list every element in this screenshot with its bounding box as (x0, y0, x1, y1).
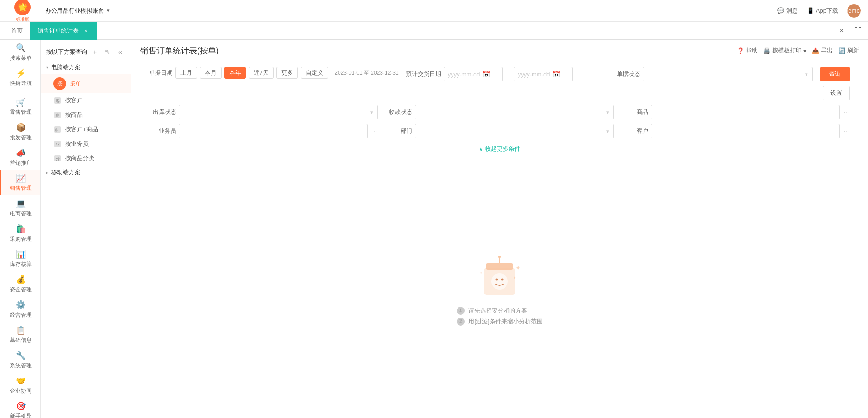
scheme-group-label: 电脑端方案 (51, 63, 80, 71)
doc-status-arrow: ▾ (805, 71, 808, 77)
scheme-panel-actions: + ✎ « (90, 47, 125, 57)
svg-point-14 (501, 278, 504, 280)
svg-text:✦: ✦ (479, 271, 483, 276)
sidebar-item-newbie[interactable]: 🎯 新手引导 (0, 398, 40, 418)
last7-button[interactable]: 近7天 (249, 67, 274, 79)
active-tab[interactable]: 销售订单统计表 × (30, 22, 97, 40)
product-more-icon[interactable]: ··· (844, 108, 850, 116)
page-title: 销售订单统计表(按单) (140, 45, 219, 56)
scheme-mobile-label: 移动端方案 (51, 168, 80, 176)
svg-text:✦: ✦ (513, 276, 516, 280)
this-month-button[interactable]: 本月 (200, 67, 222, 79)
salesperson-more-icon[interactable]: ··· (372, 127, 378, 135)
sidebar-item-finance[interactable]: 💰 资金管理 (0, 271, 40, 297)
enterprise-icon: 🤝 (16, 376, 26, 386)
sidebar-item-wholesale[interactable]: 📦 批发管理 (0, 119, 40, 145)
sidebar: 🔍 搜索菜单 ⚡ 快捷导航 🛒 零售管理 📦 批发管理 📣 营销推广 📈 销售管… (0, 40, 41, 418)
print-button[interactable]: 🖨️ 按模板打印 ▾ (763, 47, 807, 55)
this-year-button[interactable]: 本年 (224, 67, 246, 79)
page-header: 销售订单统计表(按单) ❓ 帮助 🖨️ 按模板打印 ▾ 📤 (131, 40, 868, 162)
content-area: 按以下方案查询 + ✎ « ▾ 电脑端方案 按 按单 (41, 40, 868, 418)
calendar-end-icon: 📅 (552, 71, 560, 78)
sidebar-item-quick-nav[interactable]: ⚡ 快捷导航 (0, 65, 40, 90)
tab-expand-icon[interactable]: ⛶ (852, 24, 864, 37)
sidebar-item-search[interactable]: 🔍 搜索菜单 (0, 40, 40, 65)
dept-arrow: ▾ (606, 128, 609, 134)
empty-tip-1-text: 请先选择要分析的方案 (468, 307, 527, 315)
search-icon: 🔍 (16, 43, 26, 53)
filter-area: 单据日期 上月 本月 本年 近7天 更多 自定义 2023-01-01 至 20… (140, 62, 859, 161)
doc-status-select[interactable]: ▾ (643, 67, 813, 81)
tip-num-2: ② (457, 318, 465, 326)
sidebar-item-retail[interactable]: 🛒 零售管理 (0, 94, 40, 119)
scheme-group-pc: ▾ 电脑端方案 按 按单 客 按客户 (41, 61, 131, 166)
app-title[interactable]: 办公用品行业模拟账套 ▾ (45, 7, 770, 15)
custom-button[interactable]: 自定义 (301, 67, 328, 79)
sidebar-item-sales[interactable]: 📈 销售管理 (0, 170, 40, 195)
scheme-item-by-product[interactable]: 商 按商品 (41, 108, 131, 122)
customer-input[interactable] (651, 124, 840, 138)
last-month-button[interactable]: 上月 (175, 67, 197, 79)
more-button[interactable]: 更多 (276, 67, 298, 79)
date-range-text: 2023-01-01 至 2023-12-31 (335, 69, 398, 77)
sidebar-item-purchase[interactable]: 🛍️ 采购管理 (0, 221, 40, 246)
export-button[interactable]: 📤 导出 (812, 47, 833, 55)
collapse-row: ∧ 收起更多条件 (149, 142, 850, 156)
message-button[interactable]: 💬 消息 (777, 7, 798, 15)
sidebar-item-basic[interactable]: 📋 基础信息 (0, 322, 40, 347)
print-icon: 🖨️ (763, 48, 770, 54)
payment-status-label: 收款状态 (385, 108, 412, 116)
scheme-edit-button[interactable]: ✎ (103, 47, 113, 57)
expected-date-start-input[interactable]: yyyy-mm-dd 📅 (444, 67, 503, 81)
customer-label: 客户 (621, 127, 648, 135)
newbie-icon: 🎯 (16, 401, 26, 411)
export-icon: 📤 (812, 48, 819, 54)
active-tab-label: 销售订单统计表 (38, 27, 79, 35)
home-tab[interactable]: 首页 (4, 22, 30, 40)
product-input[interactable] (651, 105, 840, 119)
avatar[interactable]: demo2 (847, 4, 861, 18)
scheme-item-by-order[interactable]: 按 按单 (41, 74, 131, 93)
scheme-item-by-customer[interactable]: 客 按客户 (41, 93, 131, 108)
help-button[interactable]: ❓ 帮助 (737, 47, 758, 55)
salesperson-input[interactable] (179, 124, 368, 138)
date-separator: — (505, 71, 511, 78)
refresh-button[interactable]: 🔄 刷新 (838, 47, 859, 55)
svg-text:客+: 客+ (55, 128, 60, 132)
main-layout: 🔍 搜索菜单 ⚡ 快捷导航 🛒 零售管理 📦 批发管理 📣 营销推广 📈 销售管… (0, 40, 868, 418)
download-icon: 📱 (807, 7, 814, 14)
scheme-group-header-pc[interactable]: ▾ 电脑端方案 (41, 61, 131, 74)
scheme-add-button[interactable]: + (90, 47, 100, 57)
tip-num-1: ① (457, 307, 465, 315)
payment-status-select[interactable]: ▾ (415, 105, 614, 119)
svg-text:商: 商 (56, 113, 60, 118)
scheme-item-by-category[interactable]: 分 按商品分类 (41, 151, 131, 166)
settings-button[interactable]: 设置 (823, 86, 850, 100)
scheme-collapse-button[interactable]: « (115, 47, 125, 57)
expected-date-end-input[interactable]: yyyy-mm-dd 📅 (514, 67, 573, 81)
scheme-group-header-mobile[interactable]: ▸ 移动端方案 (41, 166, 131, 179)
calendar-start-icon: 📅 (482, 71, 490, 78)
sidebar-item-marketing[interactable]: 📣 营销推广 (0, 145, 40, 170)
query-button[interactable]: 查询 (820, 67, 850, 81)
tab-minimize-icon[interactable]: × (835, 24, 848, 37)
basic-icon: 📋 (16, 325, 26, 335)
scheme-item-by-salesperson[interactable]: 业 按业务员 (41, 137, 131, 151)
dept-select[interactable]: ▾ (415, 124, 614, 138)
customer-more-icon[interactable]: ··· (844, 127, 850, 135)
print-arrow: ▾ (803, 48, 807, 54)
ship-status-select[interactable]: ▾ (179, 105, 378, 119)
sidebar-item-system[interactable]: 🔧 系统管理 (0, 347, 40, 373)
app-download-button[interactable]: 📱 App下载 (807, 7, 838, 15)
sidebar-item-enterprise[interactable]: 🤝 企业协同 (0, 373, 40, 398)
collapse-button[interactable]: ∧ 收起更多条件 (479, 145, 520, 153)
sidebar-item-inventory[interactable]: 📊 库存核算 (0, 246, 40, 271)
tab-close-button[interactable]: × (82, 27, 90, 34)
empty-state: ✦ ✦ ✦ ① 请先选择要分析的方案 ② 用[过滤]条件来缩小分析范围 (131, 162, 868, 418)
retail-icon: 🛒 (16, 97, 26, 107)
sidebar-item-ecommerce[interactable]: 💻 电商管理 (0, 195, 40, 221)
sidebar-item-operations[interactable]: ⚙️ 经营管理 (0, 297, 40, 322)
salesperson-label: 业务员 (149, 127, 176, 135)
scheme-item-by-customer-product[interactable]: 客+ 按客户+商品 (41, 122, 131, 137)
svg-point-13 (496, 278, 498, 280)
